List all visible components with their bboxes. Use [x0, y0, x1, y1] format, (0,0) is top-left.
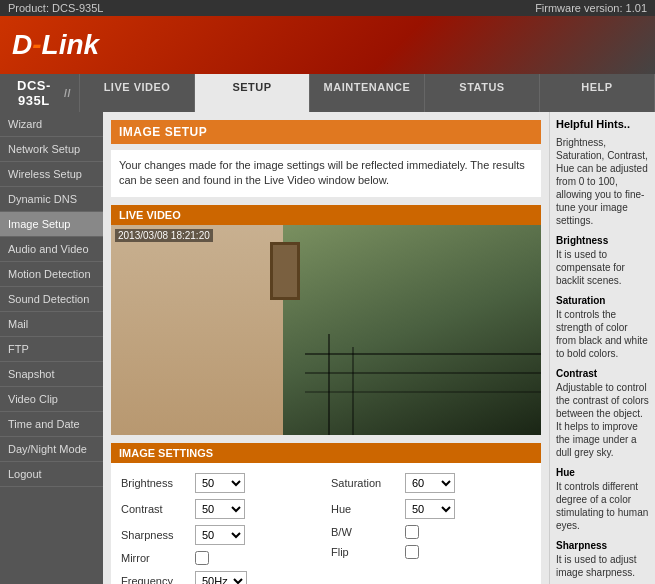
- mirror-row: Mirror: [121, 551, 321, 565]
- brightness-label: Brightness: [121, 477, 191, 489]
- help-hue-text: It controls different degree of a color …: [556, 480, 649, 532]
- model-tab[interactable]: DCS-935L //: [0, 74, 80, 112]
- hue-label: Hue: [331, 503, 401, 515]
- help-saturation-title: Saturation: [556, 295, 649, 306]
- tab-maintenance[interactable]: MAINTENANCE: [310, 74, 425, 112]
- top-bar: Product: DCS-935L Firmware version: 1.01: [0, 0, 655, 16]
- sharpness-select[interactable]: 5001020304060708090100: [195, 525, 245, 545]
- hue-select[interactable]: 5001020304060708090100: [405, 499, 455, 519]
- saturation-label: Saturation: [331, 477, 401, 489]
- picture-frame: [270, 242, 300, 301]
- contrast-label: Contrast: [121, 503, 191, 515]
- sidebar-item-motion-detection[interactable]: Motion Detection: [0, 262, 103, 287]
- help-hue-title: Hue: [556, 467, 649, 478]
- tab-live-video[interactable]: LIVE VIDEO: [80, 74, 195, 112]
- nav-tabs: DCS-935L // LIVE VIDEO SETUP MAINTENANCE…: [0, 74, 655, 112]
- help-hue: Hue It controls different degree of a co…: [556, 467, 649, 532]
- product-label: Product: DCS-935L: [8, 2, 103, 14]
- sidebar-item-sound-detection[interactable]: Sound Detection: [0, 287, 103, 312]
- contrast-row: Contrast 5001020304060708090100: [121, 499, 321, 519]
- frequency-row: Frequency 50Hz60Hz: [121, 571, 321, 584]
- help-sharpness: Sharpness It is used to adjust image sha…: [556, 540, 649, 579]
- saturation-select[interactable]: 6001020304050708090100: [405, 473, 455, 493]
- content-area: IMAGE SETUP Your changes made for the im…: [103, 112, 549, 584]
- bw-row: B/W: [331, 525, 531, 539]
- model-slashes: //: [64, 87, 71, 99]
- sidebar-item-logout[interactable]: Logout: [0, 462, 103, 487]
- saturation-row: Saturation 6001020304050708090100: [331, 473, 531, 493]
- sidebar-item-time-and-date[interactable]: Time and Date: [0, 412, 103, 437]
- tab-help[interactable]: HELP: [540, 74, 655, 112]
- bw-label: B/W: [331, 526, 401, 538]
- image-settings-section: IMAGE SETTINGS Brightness 50010203040607…: [111, 443, 541, 584]
- sidebar-item-mail[interactable]: Mail: [0, 312, 103, 337]
- model-label: DCS-935L: [8, 78, 60, 108]
- bw-checkbox[interactable]: [405, 525, 419, 539]
- brightness-row: Brightness 5001020304060708090100: [121, 473, 321, 493]
- sidebar-item-day-night-mode[interactable]: Day/Night Mode: [0, 437, 103, 462]
- settings-grid: Brightness 5001020304060708090100 Contra…: [111, 463, 541, 584]
- sidebar-item-dynamic-dns[interactable]: Dynamic DNS: [0, 187, 103, 212]
- mirror-checkbox[interactable]: [195, 551, 209, 565]
- sidebar-item-wizard[interactable]: Wizard: [0, 112, 103, 137]
- mirror-label: Mirror: [121, 552, 191, 564]
- frequency-select[interactable]: 50Hz60Hz: [195, 571, 247, 584]
- settings-left-col: Brightness 5001020304060708090100 Contra…: [121, 473, 321, 584]
- brightness-select[interactable]: 5001020304060708090100: [195, 473, 245, 493]
- settings-right-col: Saturation 6001020304050708090100 Hue 50…: [331, 473, 531, 584]
- sidebar-item-wireless-setup[interactable]: Wireless Setup: [0, 162, 103, 187]
- contrast-select[interactable]: 5001020304060708090100: [195, 499, 245, 519]
- logo: D-Link: [12, 29, 99, 61]
- logo-bar: D-Link: [0, 16, 655, 74]
- frequency-label: Frequency: [121, 575, 191, 584]
- sharpness-row: Sharpness 5001020304060708090100: [121, 525, 321, 545]
- help-brightness-text: It is used to compensate for backlit sce…: [556, 248, 649, 287]
- flip-row: Flip: [331, 545, 531, 559]
- main-layout: Wizard Network Setup Wireless Setup Dyna…: [0, 112, 655, 584]
- tab-status[interactable]: STATUS: [425, 74, 540, 112]
- sidebar: Wizard Network Setup Wireless Setup Dyna…: [0, 112, 103, 584]
- sidebar-item-video-clip[interactable]: Video Clip: [0, 387, 103, 412]
- video-frame: 2013/03/08 18:21:20: [111, 225, 541, 435]
- help-title: Helpful Hints..: [556, 118, 649, 130]
- help-contrast-text: Adjustable to control the contrast of co…: [556, 381, 649, 459]
- staircase: [305, 309, 542, 435]
- help-saturation-text: It controls the strength of color from b…: [556, 308, 649, 360]
- help-intro: Brightness, Saturation, Contrast, Hue ca…: [556, 136, 649, 227]
- help-panel: Helpful Hints.. Brightness, Saturation, …: [549, 112, 655, 584]
- live-video-header: LIVE VIDEO: [111, 205, 541, 225]
- flip-checkbox[interactable]: [405, 545, 419, 559]
- help-brightness-title: Brightness: [556, 235, 649, 246]
- image-setup-header: IMAGE SETUP: [111, 120, 541, 144]
- firmware-label: Firmware version: 1.01: [535, 2, 647, 14]
- tab-setup[interactable]: SETUP: [195, 74, 310, 112]
- live-video-container: 2013/03/08 18:21:20: [111, 225, 541, 435]
- help-brightness: Brightness It is used to compensate for …: [556, 235, 649, 287]
- help-contrast: Contrast Adjustable to control the contr…: [556, 368, 649, 459]
- sidebar-item-snapshot[interactable]: Snapshot: [0, 362, 103, 387]
- sidebar-item-network-setup[interactable]: Network Setup: [0, 137, 103, 162]
- sharpness-label: Sharpness: [121, 529, 191, 541]
- help-saturation: Saturation It controls the strength of c…: [556, 295, 649, 360]
- video-timestamp: 2013/03/08 18:21:20: [115, 229, 213, 242]
- video-wall-left: [111, 225, 283, 435]
- help-sharpness-title: Sharpness: [556, 540, 649, 551]
- image-settings-header: IMAGE SETTINGS: [111, 443, 541, 463]
- help-intro-text: Brightness, Saturation, Contrast, Hue ca…: [556, 136, 649, 227]
- help-contrast-title: Contrast: [556, 368, 649, 379]
- flip-label: Flip: [331, 546, 401, 558]
- sidebar-item-audio-and-video[interactable]: Audio and Video: [0, 237, 103, 262]
- setup-info: Your changes made for the image settings…: [111, 150, 541, 197]
- help-sharpness-text: It is used to adjust image sharpness.: [556, 553, 649, 579]
- hue-row: Hue 5001020304060708090100: [331, 499, 531, 519]
- sidebar-item-ftp[interactable]: FTP: [0, 337, 103, 362]
- sidebar-item-image-setup[interactable]: Image Setup: [0, 212, 103, 237]
